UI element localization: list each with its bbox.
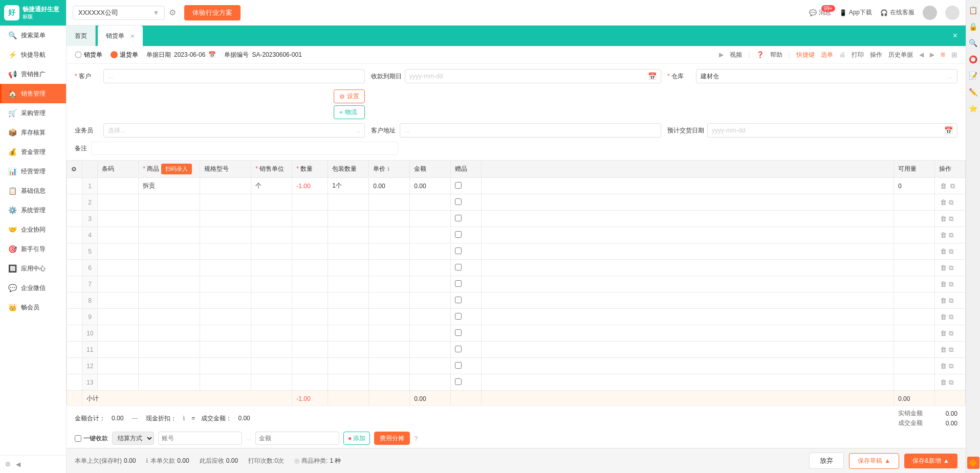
delete-row-button[interactable]: 🗑 [939, 328, 948, 338]
sidebar-item-system[interactable]: ⚙️ 系统管理 [0, 200, 66, 220]
account-input[interactable] [158, 432, 242, 445]
address-input[interactable]: ... [400, 123, 661, 138]
row-barcode[interactable] [98, 178, 139, 194]
delete-row-button[interactable]: 🗑 [939, 246, 948, 256]
warehouse-input[interactable]: 建材仓 ... [696, 69, 957, 83]
sidebar-item-purchase[interactable]: 🛒 采购管理 [0, 103, 66, 123]
right-panel-icon-7[interactable]: ⭐ [967, 102, 979, 115]
operate-tool[interactable]: 操作 [870, 51, 882, 59]
calc-method-select[interactable]: 结算方式 [112, 432, 154, 445]
memo-input[interactable] [91, 142, 398, 155]
row-spec[interactable] [200, 178, 251, 194]
sidebar-item-finance[interactable]: 💰 资金管理 [0, 142, 66, 162]
gift-checkbox[interactable] [455, 378, 462, 385]
copy-row-button[interactable]: ⧉ [948, 377, 954, 388]
copy-row-button[interactable]: ⧉ [948, 328, 954, 339]
delete-row-button[interactable]: 🗑 [939, 263, 948, 273]
help-icon2[interactable]: ? [414, 435, 418, 442]
copy-row-button[interactable]: ⧉ [948, 197, 954, 208]
th-settings[interactable]: ⚙ [67, 161, 82, 178]
discard-button[interactable]: 放弃 [809, 453, 844, 469]
row-gift[interactable] [451, 178, 482, 194]
copy-row-button[interactable]: ⧉ [948, 312, 954, 322]
copy-row-button[interactable]: ⧉ [948, 214, 954, 224]
delete-row-button[interactable]: 🗑 [939, 197, 948, 207]
delete-row-button[interactable]: 🗑 [939, 377, 948, 387]
expected-date-input[interactable]: yyyy-mm-dd 📅 [707, 123, 957, 138]
prev-doc-icon[interactable]: ◀ [919, 51, 924, 58]
sidebar-item-quick-nav[interactable]: ⚡ 快捷导航 [0, 45, 66, 64]
delete-row-button[interactable]: 🗑 [939, 361, 948, 371]
row-price[interactable]: 0.00 [369, 178, 410, 194]
sidebar-item-wechat[interactable]: 💬 企业微信 [0, 278, 66, 298]
list-view-icon[interactable]: ≡ [941, 50, 945, 59]
delete-row-button[interactable]: 🗑 [939, 181, 948, 191]
save-new-button[interactable]: 保存&新增 ▲ [904, 454, 957, 468]
sidebar-item-marketing[interactable]: 📢 营销推广 [0, 64, 66, 84]
sidebar-item-operation[interactable]: 📊 经营管理 [0, 162, 66, 181]
gift-checkbox[interactable] [455, 247, 462, 254]
logistics-button[interactable]: + 物流 [334, 105, 365, 119]
copy-row-button[interactable]: ⧉ [948, 279, 954, 289]
gift-checkbox[interactable] [455, 182, 462, 189]
settings-icon[interactable]: ⚙ [169, 8, 176, 17]
radio-return[interactable]: 退货单 [111, 51, 138, 59]
tab-home[interactable]: 首页 [67, 26, 96, 46]
sidebar-item-search[interactable]: 🔍 搜索菜单 [0, 26, 66, 45]
expense-split-button[interactable]: 费用分摊 [374, 432, 410, 445]
one-click-checkbox[interactable] [75, 435, 81, 442]
one-click-payment[interactable]: 一键收款 [75, 434, 108, 443]
company-selector[interactable]: XXXXXX公司 ▼ [73, 6, 165, 20]
gift-checkbox[interactable] [455, 362, 462, 369]
delete-row-button[interactable]: 🗑 [939, 296, 948, 305]
gift-checkbox[interactable] [455, 329, 462, 336]
delete-row-button[interactable]: 🗑 [939, 230, 948, 240]
salesperson-input[interactable]: 选择... ... [103, 123, 365, 138]
gift-checkbox[interactable] [455, 264, 462, 271]
row-qty[interactable]: -1.00 [292, 178, 328, 194]
sidebar-item-member[interactable]: 👑 畅会员 [0, 298, 66, 317]
delete-row-button[interactable]: 🗑 [939, 214, 948, 223]
customer-input[interactable]: ... [103, 69, 365, 83]
current-owe-icon[interactable]: ℹ [146, 457, 148, 464]
gift-checkbox[interactable] [455, 297, 462, 303]
add-payment-button[interactable]: ● 添加 [343, 432, 370, 445]
grid-view-icon[interactable]: ⊞ [951, 51, 957, 59]
right-panel-icon-8[interactable]: 🔶 [967, 457, 979, 469]
row-amount[interactable]: 0.00 [410, 178, 451, 194]
copy-row-button[interactable]: ⧉ [949, 181, 956, 191]
right-panel-icon-5[interactable]: 📝 [967, 70, 979, 82]
sidebar-item-apps[interactable]: 🔲 应用中心 [0, 259, 66, 278]
save-draft-button[interactable]: 保存草稿 ▲ [849, 453, 899, 469]
window-close-icon[interactable]: × [953, 31, 957, 40]
help-tool[interactable]: 帮助 [770, 51, 782, 59]
price-info-icon[interactable]: ℹ [387, 166, 389, 172]
copy-row-button[interactable]: ⧉ [948, 263, 954, 273]
copy-row-button[interactable]: ⧉ [948, 296, 954, 306]
user-avatar2[interactable] [945, 6, 960, 20]
right-panel-icon-2[interactable]: 🔒 [967, 20, 979, 33]
sidebar-item-inventory[interactable]: 📦 库存核算 [0, 123, 66, 142]
user-avatar[interactable] [923, 6, 937, 20]
print-tool[interactable]: 打印 [852, 51, 864, 59]
copy-row-button[interactable]: ⧉ [948, 230, 954, 240]
gift-checkbox[interactable] [455, 198, 462, 205]
radio-sales[interactable]: 销货单 [75, 51, 102, 59]
help-icon[interactable]: ℹ [183, 415, 185, 422]
settings-button[interactable]: ⚙ 设置 [334, 89, 365, 103]
sidebar-item-base[interactable]: 📋 基础信息 [0, 181, 66, 200]
right-panel-icon-1[interactable]: 📋 [967, 4, 979, 16]
delete-row-button[interactable]: 🗑 [939, 312, 948, 322]
amount-input[interactable] [255, 432, 339, 445]
right-panel-icon-3[interactable]: 🔍 [967, 37, 979, 49]
payment-due-input[interactable]: yyyy-mm-dd 📅 [405, 69, 661, 83]
right-panel-icon-4[interactable]: ⭕ [967, 53, 979, 65]
next-doc-icon[interactable]: ▶ [930, 51, 934, 58]
gift-checkbox[interactable] [455, 313, 462, 320]
gift-checkbox[interactable] [455, 346, 462, 352]
tab-close-icon[interactable]: × [130, 32, 135, 40]
row-unit[interactable]: 个 [251, 178, 292, 194]
collapse-icon[interactable]: ◀ [16, 461, 20, 468]
row-packqty[interactable]: 1个 [328, 178, 369, 194]
online-service-item[interactable]: 🎧 在线客服 [880, 8, 914, 17]
